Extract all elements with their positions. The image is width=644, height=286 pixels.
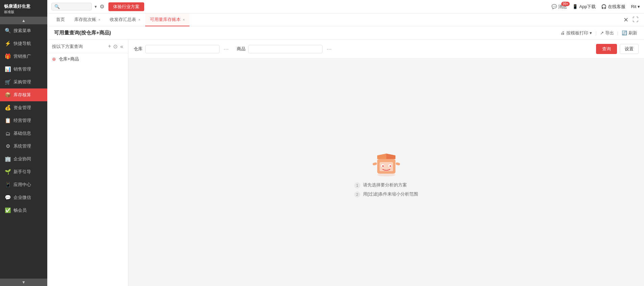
tab-label-home: 首页 [56, 17, 65, 23]
scheme-settings-button[interactable]: ⊙ [113, 43, 118, 50]
sidebar-label-member: 畅会员 [14, 207, 27, 213]
sidebar-item-apps[interactable]: 📱应用中心 [0, 178, 47, 191]
user-menu[interactable]: Rit ▾ [631, 4, 640, 9]
collapse-panel-button[interactable]: « [120, 44, 123, 50]
sidebar-label-finance: 资金管理 [14, 105, 31, 111]
export-button[interactable]: ↗ 导出 [600, 30, 614, 36]
empty-state: 1 请先选择要分析的方案 2 用[过滤]条件来缩小分析范围 [128, 58, 644, 286]
sidebar-item-wechat[interactable]: 💬企业微信 [0, 191, 47, 204]
sidebar-item-marketing[interactable]: 🎁营销推广 [0, 50, 47, 63]
query-bar: 仓库 ··· 商品 ··· 查询 设置 [128, 40, 644, 58]
sidebar-label-operations: 经营管理 [14, 118, 31, 124]
message-button[interactable]: 💬 消息 99+ [551, 4, 567, 10]
sidebar-scroll-down[interactable]: ▼ [0, 279, 47, 286]
sidebar-label-basic: 基础信息 [14, 130, 31, 136]
sidebar-item-system[interactable]: ⚙系统管理 [0, 140, 47, 153]
sidebar-item-purchase[interactable]: 🛒采购管理 [0, 76, 47, 88]
sidebar-label-newbie: 新手引导 [14, 169, 31, 175]
separator1: | [595, 30, 596, 35]
sidebar-label-enterprise: 企业协同 [14, 156, 31, 162]
app-version: 标准版 [4, 10, 43, 15]
warehouse-more-button[interactable]: ··· [222, 46, 230, 53]
page-title: 可用量查询(按仓库+商品) [54, 30, 111, 36]
topbar-right: 💬 消息 99+ 📱 App下载 🎧 在线客服 Rit ▾ [551, 4, 640, 10]
export-label: 导出 [605, 30, 614, 36]
svg-rect-10 [395, 162, 400, 165]
svg-point-8 [389, 165, 391, 167]
sidebar-scroll-up[interactable]: ▲ [0, 17, 47, 24]
print-button[interactable]: 🖨 按模板打印 ▾ [561, 30, 592, 36]
settings-button[interactable]: 设置 [620, 44, 639, 54]
topbar-search-input[interactable] [61, 4, 88, 9]
svg-point-0 [377, 173, 395, 176]
app-download-label: App下载 [579, 4, 596, 10]
product-input[interactable] [248, 45, 323, 53]
tab-label-summary: 收发存汇总表 [110, 17, 136, 23]
operations-icon: 📋 [5, 118, 11, 124]
product-more-button[interactable]: ··· [325, 46, 333, 53]
product-label: 商品 [237, 46, 246, 52]
sidebar-menu: 🔍搜索菜单⚡快捷导航🎁营销推广📊销售管理🛒采购管理📦库存核算💰资金管理📋经营管理… [0, 24, 47, 279]
tabs-bar: 首页库存批次账×收发存汇总表×可用量库存账本× ✕ ⛶ [47, 14, 644, 26]
basic-icon: 🗂 [5, 131, 11, 136]
search-button[interactable]: 查询 [596, 44, 617, 54]
sidebar-item-search[interactable]: 🔍搜索菜单 [0, 24, 47, 37]
online-service-button[interactable]: 🎧 在线客服 [601, 4, 625, 10]
refresh-button[interactable]: 🔄 刷新 [622, 30, 637, 36]
page-header: 可用量查询(按仓库+商品) 🖨 按模板打印 ▾ | ↗ 导出 | 🔄 刷新 [47, 26, 644, 40]
app-download-button[interactable]: 📱 App下载 [572, 4, 596, 10]
close-tab-button[interactable]: ✕ [622, 16, 630, 24]
tab-close-summary[interactable]: × [138, 18, 140, 22]
search-icon: 🔍 [5, 28, 11, 34]
sidebar-item-basic[interactable]: 🗂基础信息 [0, 127, 47, 140]
gear-icon[interactable]: ⚙ [100, 3, 104, 10]
tab-close-batch[interactable]: × [98, 18, 100, 22]
print-label: 按模板打印 [566, 30, 588, 36]
sidebar: 畅康通好生意 标准版 ▲ 🔍搜索菜单⚡快捷导航🎁营销推广📊销售管理🛒采购管理📦库… [0, 0, 47, 286]
sidebar-label-system: 系统管理 [14, 143, 31, 149]
sidebar-item-enterprise[interactable]: 🏢企业协同 [0, 153, 47, 165]
tab-available[interactable]: 可用量库存账本× [145, 14, 189, 26]
print-dropdown-icon[interactable]: ▾ [590, 30, 592, 35]
sales-icon: 📊 [5, 66, 11, 72]
sidebar-item-quick[interactable]: ⚡快捷导航 [0, 37, 47, 50]
filter-icons: + ⊙ [108, 43, 118, 50]
sidebar-item-inventory[interactable]: 📦库存核算 [0, 88, 47, 101]
tip-num-2: 2 [354, 191, 360, 198]
tab-label-available: 可用量库存账本 [150, 17, 181, 23]
tab-summary[interactable]: 收发存汇总表× [105, 14, 145, 26]
content-area: 按以下方案查询 + ⊙ « ⊕仓库+商品 仓库 ··· 商品 [47, 40, 644, 286]
tab-close-available[interactable]: × [183, 18, 185, 22]
query-buttons: 查询 设置 [596, 44, 639, 54]
message-icon: 💬 [551, 4, 557, 9]
sidebar-item-sales[interactable]: 📊销售管理 [0, 63, 47, 76]
sidebar-item-operations[interactable]: 📋经营管理 [0, 114, 47, 127]
headset-icon: 🎧 [601, 4, 607, 9]
tab-batch[interactable]: 库存批次账× [70, 14, 105, 26]
filter-items-list: ⊕仓库+商品 [47, 53, 128, 65]
query-area: 仓库 ··· 商品 ··· 查询 设置 [128, 40, 644, 286]
dropdown-icon[interactable]: ▾ [95, 4, 97, 9]
add-scheme-button[interactable]: + [108, 43, 111, 50]
topbar: 🔍 ▾ ⚙ 体验行业方案 💬 消息 99+ 📱 App下载 🎧 在线客服 Rit… [47, 0, 644, 14]
trial-button[interactable]: 体验行业方案 [108, 2, 144, 11]
warehouse-input[interactable] [145, 45, 220, 53]
sidebar-item-member[interactable]: ✅畅会员 [0, 204, 47, 217]
filter-item-label: 仓库+商品 [59, 56, 79, 62]
newbie-icon: 🌱 [5, 169, 11, 175]
sidebar-item-newbie[interactable]: 🌱新手引导 [0, 165, 47, 178]
filter-item-仓库+商品[interactable]: ⊕仓库+商品 [47, 53, 128, 65]
sidebar-label-apps: 应用中心 [14, 182, 31, 188]
purchase-icon: 🛒 [5, 79, 11, 85]
svg-rect-9 [372, 162, 377, 165]
maximize-button[interactable]: ⛶ [631, 16, 640, 23]
sidebar-label-wechat: 企业微信 [14, 194, 31, 201]
robot-svg [371, 147, 402, 177]
finance-icon: 💰 [5, 105, 11, 111]
topbar-search-box[interactable]: 🔍 [51, 3, 92, 10]
product-field: 商品 ··· [237, 45, 333, 53]
sidebar-item-finance[interactable]: 💰资金管理 [0, 101, 47, 114]
tab-home[interactable]: 首页 [51, 14, 70, 26]
sidebar-label-marketing: 营销推广 [14, 53, 31, 59]
sidebar-label-purchase: 采购管理 [14, 79, 31, 85]
